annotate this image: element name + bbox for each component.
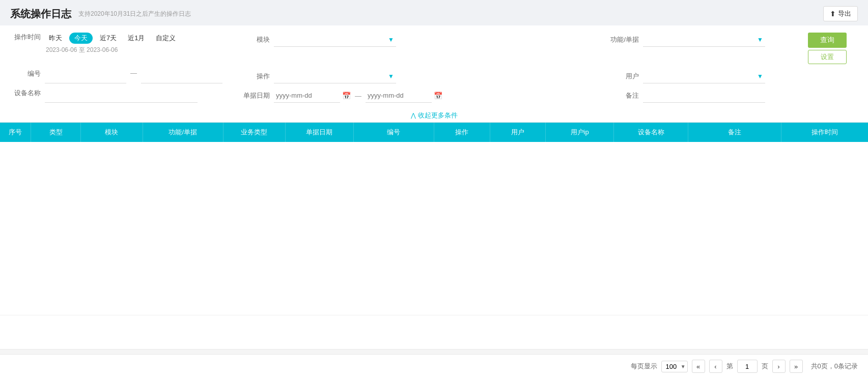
- filter-section: 操作时间 昨天 今天 近7天 近1月 自定义 2023-06-06 至 2023…: [0, 25, 868, 108]
- device-filter-col: 设备名称: [10, 89, 239, 103]
- data-table: 序号 类型 模块 功能/单据 业务类型 单据日期 编号 操作 用户 用户ip 设…: [0, 123, 868, 315]
- user-select-wrapper: ▼: [643, 69, 765, 83]
- scrollbar-area[interactable]: [0, 349, 868, 354]
- col-date: 单据日期: [285, 123, 353, 142]
- function-select-wrapper: ▼: [643, 33, 765, 47]
- col-device: 设备名称: [614, 123, 688, 142]
- remark-input[interactable]: [643, 89, 765, 103]
- time-btn-today[interactable]: 今天: [69, 33, 93, 44]
- time-btn-custom[interactable]: 自定义: [152, 33, 180, 44]
- time-btn-yesterday[interactable]: 昨天: [45, 33, 66, 44]
- number-label: 编号: [10, 69, 41, 78]
- table-header-row: 序号 类型 模块 功能/单据 业务类型 单据日期 编号 操作 用户 用户ip 设…: [0, 123, 868, 142]
- time-btn-7days[interactable]: 近7天: [96, 33, 121, 44]
- table-header: 序号 类型 模块 功能/单据 业务类型 单据日期 编号 操作 用户 用户ip 设…: [0, 123, 868, 142]
- device-label: 设备名称: [10, 89, 41, 98]
- col-remark: 备注: [688, 123, 781, 142]
- collapse-icon: ⋀: [411, 112, 416, 119]
- col-biz-type: 业务类型: [223, 123, 285, 142]
- action-btns: 查询 设置: [797, 33, 858, 64]
- user-label: 用户: [603, 72, 639, 81]
- page-unit: 页: [762, 362, 768, 371]
- collapse-button[interactable]: ⋀ 收起更多条件: [411, 111, 458, 120]
- time-range: 2023-06-06 至 2023-06-06: [46, 46, 180, 54]
- date-sep: —: [355, 92, 361, 100]
- pagination-bar: 每页显示 100 50 200 ▼ « ‹ 第 页 › » 共0页，0条记录: [0, 354, 868, 378]
- operation-filter-col: 操作 ▼: [239, 69, 603, 83]
- table-body: [0, 142, 868, 315]
- module-input[interactable]: [274, 33, 396, 47]
- per-page-label: 每页显示: [631, 362, 657, 371]
- filter-row-3: 设备名称 单据日期 📅 — 📅 备注: [10, 89, 858, 103]
- filter-row-1: 操作时间 昨天 今天 近7天 近1月 自定义 2023-06-06 至 2023…: [10, 33, 858, 64]
- last-page-button[interactable]: »: [790, 360, 803, 373]
- module-filter-col: 模块 ▼: [239, 33, 603, 47]
- total-info: 共0页，0条记录: [811, 362, 858, 371]
- col-user-ip: 用户ip: [546, 123, 614, 142]
- module-label: 模块: [239, 35, 270, 44]
- table-empty-row: [0, 142, 868, 315]
- function-input[interactable]: [643, 33, 765, 47]
- table-container: 序号 类型 模块 功能/单据 业务类型 单据日期 编号 操作 用户 用户ip 设…: [0, 123, 868, 349]
- date-filter-col: 单据日期 📅 — 📅: [239, 89, 603, 103]
- col-function: 功能/单据: [143, 123, 223, 142]
- date-from-input[interactable]: [274, 89, 340, 103]
- number-from-input[interactable]: [45, 69, 126, 83]
- date-to-calendar-icon[interactable]: 📅: [434, 92, 442, 100]
- export-icon: ⬆: [830, 10, 836, 18]
- page-header: 系统操作日志 支持2020年10月31日之后产生的操作日志 ⬆ 导出: [0, 0, 868, 25]
- page-subtitle: 支持2020年10月31日之后产生的操作日志: [78, 10, 191, 18]
- remark-filter-col: 备注: [603, 89, 797, 103]
- function-label: 功能/单据: [603, 35, 639, 44]
- col-type: 类型: [31, 123, 80, 142]
- col-op-time: 操作时间: [781, 123, 868, 142]
- page-label: 第: [726, 362, 733, 371]
- page-input[interactable]: [737, 360, 758, 373]
- settings-button[interactable]: 设置: [808, 50, 847, 64]
- per-page-wrapper: 100 50 200 ▼: [661, 361, 688, 372]
- filter-row-2: 编号 — 操作 ▼ 用户 ▼: [10, 69, 858, 83]
- collapse-row: ⋀ 收起更多条件: [0, 108, 868, 123]
- time-btn-1month[interactable]: 近1月: [124, 33, 149, 44]
- export-label: 导出: [838, 9, 851, 18]
- collapse-label: 收起更多条件: [418, 111, 458, 120]
- user-filter-col: 用户 ▼: [603, 69, 797, 83]
- module-select-wrapper: ▼: [274, 33, 396, 47]
- page-title: 系统操作日志: [10, 7, 71, 21]
- time-filter-col: 操作时间 昨天 今天 近7天 近1月 自定义 2023-06-06 至 2023…: [10, 33, 239, 54]
- operation-label: 操作: [239, 72, 270, 81]
- function-filter-col: 功能/单据 ▼: [603, 33, 797, 47]
- next-page-button[interactable]: ›: [772, 360, 786, 373]
- time-btns: 昨天 今天 近7天 近1月 自定义: [45, 33, 180, 44]
- number-filter-col: 编号 —: [10, 69, 239, 83]
- page-container: 系统操作日志 支持2020年10月31日之后产生的操作日志 ⬆ 导出 操作时间 …: [0, 0, 868, 378]
- operation-input[interactable]: [274, 69, 396, 83]
- prev-page-button[interactable]: ‹: [709, 360, 722, 373]
- col-number: 编号: [353, 123, 434, 142]
- col-operation: 操作: [434, 123, 490, 142]
- col-seq: 序号: [0, 123, 31, 142]
- number-sep: —: [130, 69, 137, 77]
- col-user: 用户: [490, 123, 546, 142]
- col-module: 模块: [80, 123, 143, 142]
- date-to-input[interactable]: [366, 89, 432, 103]
- remark-label: 备注: [603, 91, 639, 100]
- export-button[interactable]: ⬆ 导出: [823, 6, 858, 21]
- device-input[interactable]: [45, 89, 198, 103]
- time-label: 操作时间: [10, 33, 41, 42]
- user-input[interactable]: [643, 69, 765, 83]
- query-button[interactable]: 查询: [808, 33, 847, 48]
- per-page-select[interactable]: 100 50 200: [661, 361, 688, 372]
- first-page-button[interactable]: «: [692, 360, 705, 373]
- time-filter: 昨天 今天 近7天 近1月 自定义 2023-06-06 至 2023-06-0…: [45, 33, 180, 54]
- date-from-calendar-icon[interactable]: 📅: [342, 92, 351, 100]
- date-label: 单据日期: [239, 91, 270, 100]
- operation-select-wrapper: ▼: [274, 69, 396, 83]
- table-empty-cell: [0, 142, 868, 315]
- number-to-input[interactable]: [141, 69, 222, 83]
